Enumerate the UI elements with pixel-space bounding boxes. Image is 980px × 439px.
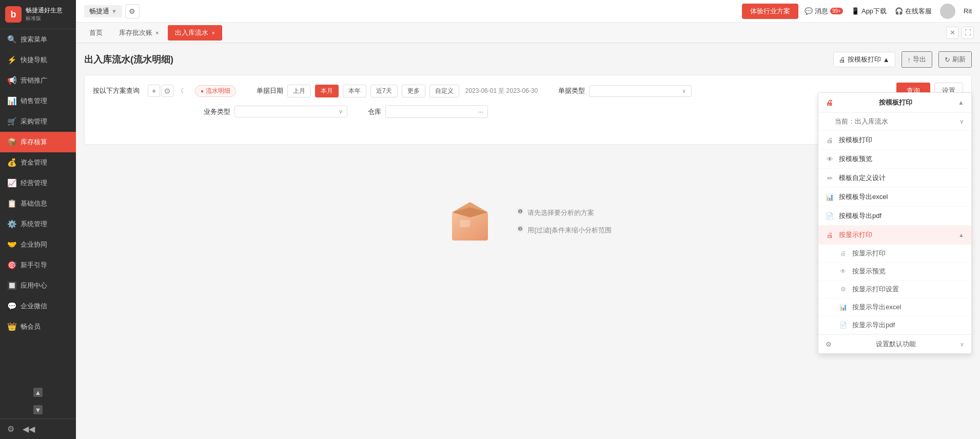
- filter-tag[interactable]: ● 流水明细: [195, 85, 236, 97]
- business-arrow-icon: ∨: [339, 108, 343, 115]
- dp-sub-item-display-preview[interactable]: 👁按显示预览: [818, 263, 971, 281]
- date-btn-more[interactable]: 更多: [402, 85, 425, 97]
- sidebar-item-apps[interactable]: 🔲应用中心: [0, 275, 76, 296]
- dp-item-template-preview[interactable]: 👁按模板预览: [818, 150, 971, 169]
- sales-icon: 📊: [7, 96, 16, 106]
- dropdown-footer[interactable]: ⚙ 设置默认功能 ∨: [818, 334, 971, 353]
- sidebar-label-wechat: 企业微信: [21, 302, 47, 311]
- tag-dot-icon: ●: [201, 88, 204, 94]
- refresh-btn[interactable]: ↻ 刷新: [938, 51, 972, 68]
- warehouse-select[interactable]: ···: [385, 105, 488, 118]
- tab-close-flow[interactable]: ×: [211, 30, 214, 36]
- sidebar-item-quicknav[interactable]: ⚡快捷导航: [0, 50, 76, 70]
- header-gear-btn[interactable]: ⚙: [125, 4, 140, 18]
- sidebar-logo: b 畅捷通好生意 标准版: [0, 0, 76, 29]
- sidebar-nav: 🔍搜索菜单⚡快捷导航📢营销推广📊销售管理🛒采购管理📦库存核算💰资金管理📈经营管理…: [0, 29, 76, 384]
- printer-icon: 🖨: [839, 56, 846, 64]
- voucher-type-select[interactable]: ∨: [589, 85, 692, 97]
- sidebar-item-sales[interactable]: 📊销售管理: [0, 91, 76, 111]
- date-btn-current_month[interactable]: 本月: [315, 85, 339, 97]
- warehouse-more-icon: ···: [478, 108, 483, 115]
- page-title: 出入库流水(流水明细): [84, 53, 173, 66]
- business-type-input[interactable]: ∨: [234, 106, 347, 117]
- filter-section-label: 按以下方案查询: [93, 86, 140, 95]
- dp-sub-item-display-pdf[interactable]: 📄按显示导出pdf: [818, 316, 971, 334]
- dp-item-template-excel[interactable]: 📊按模板导出excel: [818, 188, 971, 207]
- tab-flow[interactable]: 出入库流水×: [168, 25, 222, 41]
- headset-icon: 🎧: [895, 7, 903, 15]
- tab-batch[interactable]: 库存批次账×: [112, 25, 166, 41]
- export-btn[interactable]: ↑ 导出: [901, 51, 933, 68]
- dp-icon-template-pdf: 📄: [826, 212, 834, 220]
- dp-item-display-print[interactable]: 🖨按显示打印▲: [818, 226, 971, 245]
- tab-label-flow: 出入库流水: [175, 28, 208, 37]
- dp-label-template-pdf: 按模板导出pdf: [839, 211, 964, 221]
- expand-window-btn[interactable]: ⛶: [962, 27, 974, 39]
- collapse-icon[interactable]: ◀◀: [23, 424, 35, 434]
- filter-collapse-btn[interactable]: 《: [174, 85, 187, 97]
- app-download-btn[interactable]: 📱 App下载: [851, 7, 887, 16]
- scroll-up-btn[interactable]: ▲: [33, 388, 43, 397]
- sidebar-item-inventory[interactable]: 📦库存核算: [0, 132, 76, 152]
- message-btn[interactable]: 💬 消息 99+: [805, 7, 843, 16]
- message-icon: 💬: [805, 7, 813, 15]
- dp-item-template-pdf[interactable]: 📄按模板导出pdf: [818, 207, 971, 226]
- sidebar-item-vip[interactable]: 👑畅会员: [0, 316, 76, 337]
- sidebar-item-search[interactable]: 🔍搜索菜单: [0, 29, 76, 50]
- dp-label-template-design: 模板自定义设计: [839, 173, 964, 183]
- dropdown-current: 当前：出入库流水 ∨: [818, 113, 971, 131]
- wechat-icon: 💬: [7, 302, 16, 311]
- dp-sub-item-display-excel[interactable]: 📊按显示导出excel: [818, 298, 971, 316]
- settings-icon[interactable]: ⚙: [7, 424, 14, 434]
- dp-item-template-design[interactable]: ✏模板自定义设计: [818, 169, 971, 188]
- filter-add-btn[interactable]: +: [148, 85, 160, 97]
- empty-hints: ❶ 请先选择要分析的方案 ❷ 用[过滤]条件来缩小分析范围: [516, 206, 611, 237]
- dp-sub-icon-display-print-settings: ⚙: [839, 285, 847, 293]
- date-btn-prev_month[interactable]: 上月: [287, 85, 311, 97]
- user-avatar[interactable]: [940, 4, 955, 19]
- vip-icon: 👑: [7, 322, 16, 331]
- hint-text-1: 请先选择要分析的方案: [527, 206, 594, 220]
- sidebar-item-finance[interactable]: 💰资金管理: [0, 152, 76, 173]
- dp-sub-label-display-excel: 按显示导出excel: [852, 303, 901, 312]
- scroll-down-btn[interactable]: ▼: [33, 405, 43, 414]
- username-display[interactable]: 畅捷通 ▼: [84, 5, 122, 17]
- sidebar-item-marketing[interactable]: 📢营销推广: [0, 70, 76, 91]
- sidebar-item-purchase[interactable]: 🛒采购管理: [0, 111, 76, 132]
- inventory-icon: 📦: [7, 137, 16, 147]
- header-right: 💬 消息 99+ 📱 App下载 🎧 在线客服 Rit: [805, 4, 972, 19]
- close-window-btn[interactable]: ✕: [946, 27, 958, 39]
- main-area: 畅捷通 ▼ ⚙ 体验行业方案 💬 消息 99+ 📱 App下载 🎧 在线客服: [76, 0, 980, 439]
- tab-label-home: 首页: [89, 28, 103, 37]
- dp-sub-item-display-print-sub[interactable]: 🖨按显示打印: [818, 245, 971, 263]
- dropdown-header-label: 按模板打印: [879, 98, 912, 107]
- sidebar-item-operations[interactable]: 📈经营管理: [0, 173, 76, 193]
- sidebar-item-corp[interactable]: 🤝企业协同: [0, 234, 76, 255]
- sidebar-item-wechat[interactable]: 💬企业微信: [0, 296, 76, 316]
- sidebar-label-basic: 基础信息: [21, 199, 47, 208]
- dp-label-template-preview: 按模板预览: [839, 154, 964, 164]
- tab-home[interactable]: 首页: [82, 25, 110, 41]
- date-btn-current_year[interactable]: 本年: [343, 85, 366, 97]
- sidebar-item-guide[interactable]: 🎯新手引导: [0, 255, 76, 275]
- footer-arrow-icon: ∨: [960, 341, 964, 348]
- date-btn-custom[interactable]: 自定义: [429, 85, 459, 97]
- sidebar-footer: ⚙ ◀◀: [0, 418, 76, 439]
- tab-restore-area: ✕ ⛶: [946, 27, 974, 39]
- tab-close-batch[interactable]: ×: [155, 30, 159, 36]
- sidebar-item-system[interactable]: ⚙️系统管理: [0, 214, 76, 234]
- sidebar-label-sales: 销售管理: [21, 96, 47, 106]
- dp-item-template-print[interactable]: 🖨按模板打印: [818, 131, 971, 150]
- footer-label: 设置默认功能: [876, 340, 916, 349]
- online-service-btn[interactable]: 🎧 在线客服: [895, 7, 932, 16]
- dp-sub-item-display-print-settings[interactable]: ⚙按显示打印设置: [818, 281, 971, 298]
- date-filter: 上月本月本年近7天更多自定义2023-06-01 至 2023-06-30: [287, 85, 538, 97]
- sidebar-item-basic[interactable]: 📋基础信息: [0, 193, 76, 214]
- print-template-btn[interactable]: 🖨 按模板打印 ▲: [833, 52, 895, 67]
- business-type-label: 业务类型: [204, 107, 230, 116]
- sidebar-label-finance: 资金管理: [21, 158, 47, 167]
- date-btn-7days[interactable]: 近7天: [370, 85, 398, 97]
- trial-btn[interactable]: 体验行业方案: [742, 4, 798, 19]
- dropdown-header-arrow[interactable]: ▲: [958, 99, 964, 106]
- filter-config-btn[interactable]: ⊙: [161, 85, 173, 97]
